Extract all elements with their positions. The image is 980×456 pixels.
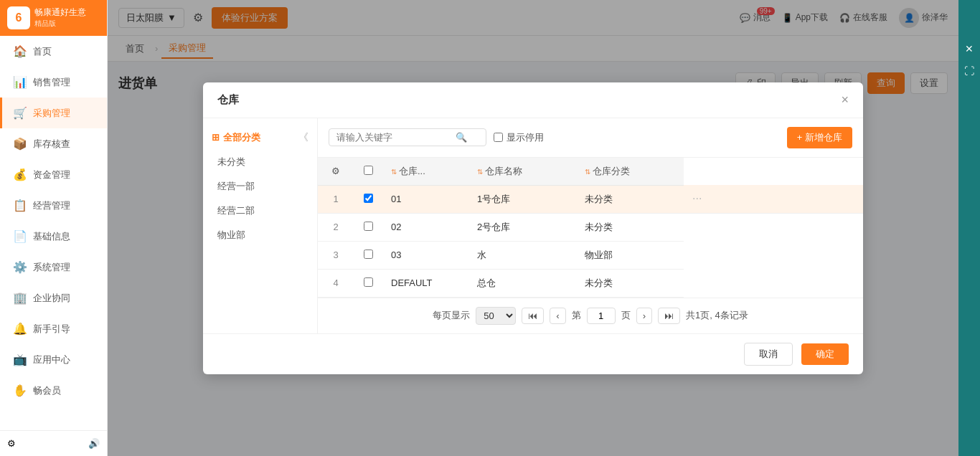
sidebar-item-inventory[interactable]: 📦 库存核查 [0,128,107,159]
row-actions[interactable]: ··· [684,185,863,213]
sidebar-item-system[interactable]: ⚙️ 系统管理 [0,252,107,282]
sidebar-item-finance[interactable]: 💰 资金管理 [0,159,107,190]
th-category: ⇅仓库分类 [576,158,684,186]
sidebar-item-member[interactable]: ✋ 畅会员 [0,375,107,406]
row-checkbox-cell [354,241,382,269]
row-checkbox[interactable] [364,250,373,259]
sidebar: 6 畅康通好生意 精品版 🏠 首页 📊 销售管理 🛒 采购管理 📦 库存核查 💰… [0,0,108,456]
row-checkbox[interactable] [364,194,373,203]
operation-icon: 📋 [13,199,27,212]
page-first-button[interactable]: ⏮ [522,308,544,324]
table-row[interactable]: 1 01 1号仓库 未分类 ··· [318,185,863,213]
sidebar-item-purchase[interactable]: 🛒 采购管理 [0,98,107,128]
table-row[interactable]: 4 DEFAULT 总仓 未分类 [318,269,863,297]
row-category: 未分类 [576,213,684,241]
sidebar-item-apps[interactable]: 📺 应用中心 [0,344,107,375]
page-label: 第 [572,309,581,322]
row-checkbox[interactable] [364,277,373,287]
sidebar-item-label: 采购管理 [33,107,70,120]
select-all-checkbox[interactable] [364,166,373,175]
sidebar-nav: 🏠 首页 📊 销售管理 🛒 采购管理 📦 库存核查 💰 资金管理 📋 经营管理 … [0,36,107,430]
apps-icon: 📺 [13,353,27,366]
show-disabled-checkbox[interactable] [494,133,503,142]
row-category: 未分类 [576,269,684,297]
basic-icon: 📄 [13,229,27,243]
sidebar-item-label: 销售管理 [33,76,70,89]
category-item-1[interactable]: 经营一部 [203,174,317,199]
row-name: 2号仓库 [468,213,576,241]
th-checkbox [354,158,382,186]
home-icon: 🏠 [13,44,27,58]
modal-header: 仓库 × [203,82,863,118]
right-bar-close-icon[interactable]: ✕ [965,43,974,54]
modal-toolbar: 🔍 显示停用 + 新增仓库 [318,118,863,158]
main-area: 日太阳膜 ▼ ⚙ 体验行业方案 💬 消息 99+ 📱 App下载 🎧 在线客服 … [108,0,958,456]
th-settings: ⚙ [318,158,354,186]
row-checkbox[interactable] [364,222,373,231]
finance-icon: 💰 [13,168,27,181]
search-input[interactable] [336,132,451,143]
table-row[interactable]: 3 03 水 物业部 [318,241,863,269]
grid-icon: ⊞ [212,132,220,143]
sort-icon-cat: ⇅ [585,168,590,176]
row-code: 02 [382,213,468,241]
collapse-button[interactable]: 《 [298,131,308,144]
row-num: 1 [318,185,354,213]
speaker-icon[interactable]: 🔊 [88,438,100,449]
row-checkbox-cell [354,269,382,297]
sidebar-item-operation[interactable]: 📋 经营管理 [0,190,107,221]
sidebar-item-label: 企业协同 [33,292,70,305]
row-num: 2 [318,213,354,241]
page-next-button[interactable]: › [636,308,652,324]
row-code: 01 [382,185,468,213]
th-code: ⇅仓库... [382,158,468,186]
sales-icon: 📊 [13,75,27,89]
category-item-0[interactable]: 未分类 [203,150,317,174]
sidebar-item-label: 应用中心 [33,353,70,366]
page-size-label: 每页显示 [433,309,470,322]
sidebar-item-sales[interactable]: 📊 销售管理 [0,67,107,98]
row-name: 1号仓库 [468,185,576,213]
page-prev-button[interactable]: ‹ [550,308,565,324]
sort-icon-name: ⇅ [477,168,483,176]
confirm-button[interactable]: 确定 [801,343,849,365]
modal-title: 仓库 [217,93,239,107]
modal-sidebar: ⊞ 全部分类 《 未分类 经营一部 经营二部 物业 [203,118,318,333]
add-warehouse-button[interactable]: + 新增仓库 [787,127,852,148]
settings-icon[interactable]: ⚙ [7,438,16,449]
guide-icon: 🔔 [13,322,27,336]
sidebar-item-label: 畅会员 [33,384,61,397]
sidebar-item-basic[interactable]: 📄 基础信息 [0,221,107,252]
modal-overlay: 仓库 × ⊞ 全部分类 《 未分类 [108,0,958,456]
sidebar-item-home[interactable]: 🏠 首页 [0,36,107,67]
category-item-3[interactable]: 物业部 [203,223,317,247]
page-total-info: 共1页, 4条记录 [686,309,748,322]
page-number-input[interactable] [587,308,616,324]
member-icon: ✋ [13,384,27,397]
system-icon: ⚙️ [13,260,27,274]
sidebar-logo: 6 畅康通好生意 精品版 [0,0,107,36]
modal-sidebar-header: ⊞ 全部分类 《 [203,125,317,150]
sidebar-item-label: 系统管理 [33,261,70,274]
category-item-2[interactable]: 经营二部 [203,199,317,223]
th-name: ⇅仓库名称 [468,158,576,186]
search-input-wrap[interactable]: 🔍 [329,128,486,146]
cancel-button[interactable]: 取消 [744,343,793,366]
row-checkbox-cell [354,213,382,241]
sidebar-item-guide[interactable]: 🔔 新手引导 [0,313,107,344]
category-label: ⊞ 全部分类 [212,131,260,144]
sidebar-item-label: 库存核查 [33,138,70,151]
table-row[interactable]: 2 02 2号仓库 未分类 [318,213,863,241]
modal-footer: 取消 确定 [203,333,863,374]
modal-close-button[interactable]: × [841,92,849,108]
warehouse-table: ⚙ ⇅仓库... ⇅仓库名称 ⇅仓库分类 1 01 1号仓库 未分类 [318,158,863,298]
page-size-select[interactable]: 50 20 100 [476,307,516,325]
warehouse-modal: 仓库 × ⊞ 全部分类 《 未分类 [203,82,863,374]
right-bar-expand-icon[interactable]: ⛶ [964,65,974,77]
table-body: 1 01 1号仓库 未分类 ··· 2 02 2号仓库 未分类 3 03 水 物… [318,185,863,297]
sidebar-item-enterprise[interactable]: 🏢 企业协同 [0,282,107,313]
modal-table-wrap: ⚙ ⇅仓库... ⇅仓库名称 ⇅仓库分类 1 01 1号仓库 未分类 [318,158,863,298]
page-last-button[interactable]: ⏭ [658,308,680,324]
show-disabled-label[interactable]: 显示停用 [494,131,544,144]
sidebar-item-label: 资金管理 [33,168,70,181]
